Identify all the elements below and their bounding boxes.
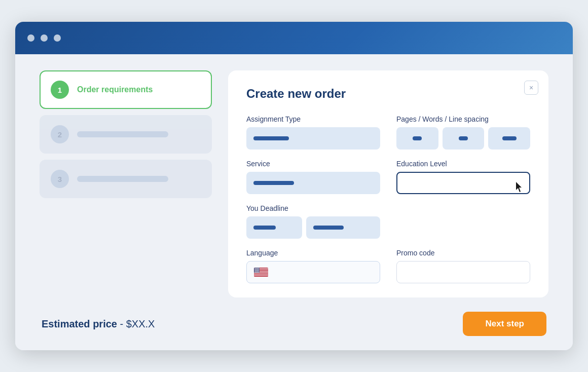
svg-rect-13 <box>254 276 268 277</box>
promo-code-input[interactable] <box>396 261 530 283</box>
promo-code-label: Promo code <box>396 249 530 257</box>
language-label: Language <box>246 249 380 257</box>
close-button[interactable]: × <box>524 81 538 95</box>
sidebar: 1 Order requirements 2 3 <box>40 70 212 198</box>
deadline-date-input[interactable] <box>246 216 302 239</box>
service-group: Service <box>246 160 380 194</box>
assignment-type-label: Assignment Type <box>246 115 380 123</box>
service-input[interactable] <box>246 172 380 194</box>
svg-point-46 <box>258 272 258 272</box>
language-input[interactable] <box>246 261 380 283</box>
estimated-value: $XX.X <box>126 318 155 329</box>
language-group: Language <box>246 249 380 283</box>
svg-point-27 <box>255 270 256 270</box>
deadline-right-placeholder <box>396 204 530 239</box>
deadline-input-container <box>246 216 380 239</box>
estimated-price: Estimated price - $XX.X <box>42 318 155 330</box>
titlebar-dot-1 <box>27 34 34 42</box>
sidebar-step-3[interactable]: 3 <box>40 160 212 198</box>
step-circle-1: 1 <box>51 81 69 99</box>
svg-point-25 <box>259 269 259 269</box>
svg-rect-11 <box>254 275 268 275</box>
form-grid: Assignment Type Pages / Words / Line spa… <box>246 115 530 283</box>
footer-bar: Estimated price - $XX.X Next step <box>40 312 548 336</box>
words-input[interactable] <box>443 127 485 150</box>
assignment-type-group: Assignment Type <box>246 115 380 150</box>
svg-point-29 <box>257 270 258 270</box>
education-level-input[interactable] <box>396 172 530 194</box>
svg-point-18 <box>257 268 258 269</box>
svg-rect-10 <box>254 274 268 274</box>
pages-group: Pages / Words / Line spacing <box>396 115 530 150</box>
svg-point-34 <box>256 270 257 271</box>
service-label: Service <box>246 160 380 168</box>
deadline-label: You Deadline <box>246 204 380 212</box>
pages-input[interactable] <box>396 127 438 150</box>
svg-point-36 <box>259 270 259 271</box>
titlebar <box>15 22 573 54</box>
svg-point-42 <box>259 271 259 272</box>
sidebar-step-1[interactable]: 1 Order requirements <box>40 70 212 109</box>
svg-point-16 <box>255 268 256 269</box>
pages-label: Pages / Words / Line spacing <box>396 115 530 123</box>
svg-point-41 <box>258 271 259 272</box>
svg-rect-12 <box>254 275 268 276</box>
svg-point-28 <box>256 270 256 270</box>
svg-point-15 <box>254 268 255 269</box>
next-step-button[interactable]: Next step <box>463 312 546 336</box>
education-level-group: Education Level <box>396 160 530 194</box>
svg-point-32 <box>255 270 255 271</box>
input-fill-dots <box>253 181 294 185</box>
svg-point-17 <box>256 268 256 269</box>
deadline-time-input[interactable] <box>306 216 380 239</box>
assignment-type-input[interactable] <box>246 127 380 150</box>
svg-rect-8 <box>254 273 268 273</box>
svg-point-23 <box>256 269 257 269</box>
us-flag-icon <box>254 268 268 277</box>
svg-point-22 <box>255 269 256 269</box>
svg-point-30 <box>258 270 259 270</box>
svg-point-24 <box>258 269 258 269</box>
line-spacing-input[interactable] <box>488 127 530 150</box>
svg-point-20 <box>259 268 259 269</box>
deadline-group: You Deadline <box>246 204 380 239</box>
pages-triple-input <box>396 127 530 150</box>
titlebar-dot-2 <box>41 34 48 42</box>
form-title: Create new order <box>246 87 530 101</box>
svg-point-37 <box>254 271 255 272</box>
estimated-separator: - <box>120 318 126 329</box>
app-window: 1 Order requirements 2 3 <box>15 22 573 350</box>
svg-point-39 <box>256 271 256 272</box>
step-2-label <box>77 131 168 137</box>
svg-point-45 <box>256 272 257 272</box>
svg-point-44 <box>255 272 256 272</box>
step-circle-3: 3 <box>51 170 69 188</box>
sidebar-step-2[interactable]: 2 <box>40 115 212 154</box>
svg-point-33 <box>255 270 256 271</box>
main-layout: 1 Order requirements 2 3 <box>40 70 548 297</box>
estimated-label: Estimated price <box>42 318 117 329</box>
window-body: 1 Order requirements 2 3 <box>15 54 573 350</box>
promo-code-group: Promo code <box>396 249 530 283</box>
svg-point-19 <box>258 268 259 269</box>
education-level-label: Education Level <box>396 160 530 168</box>
svg-point-35 <box>258 270 258 271</box>
titlebar-dot-3 <box>54 34 61 42</box>
svg-rect-9 <box>254 273 268 274</box>
svg-point-43 <box>255 272 255 272</box>
svg-point-21 <box>255 269 255 269</box>
step-3-label <box>77 176 168 182</box>
svg-point-38 <box>255 271 256 272</box>
svg-point-26 <box>254 270 255 270</box>
form-panel: × Create new order Assignment Type Pages… <box>228 70 548 297</box>
input-fill-dots <box>253 136 289 140</box>
step-circle-2: 2 <box>51 125 69 143</box>
svg-point-47 <box>259 272 259 272</box>
svg-point-40 <box>257 271 258 272</box>
svg-point-31 <box>259 270 259 270</box>
step-1-label: Order requirements <box>77 85 153 94</box>
